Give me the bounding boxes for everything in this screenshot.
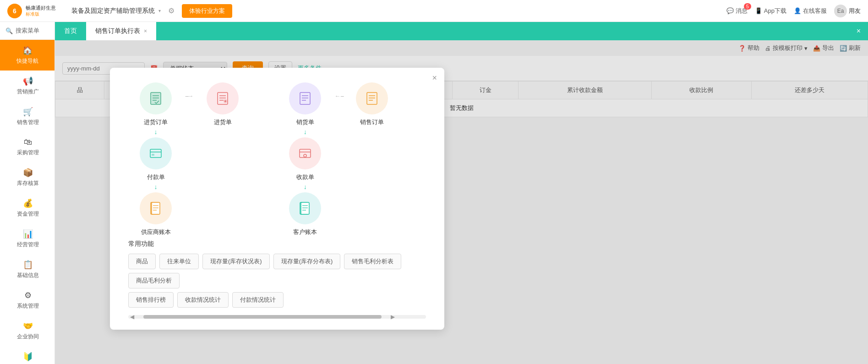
func-btn-1[interactable]: 往来单位 bbox=[159, 254, 199, 269]
logo-text: 畅康通好生意 标准版 bbox=[26, 5, 56, 17]
sidebar-item-sales[interactable]: 🛒 销售管理 bbox=[0, 101, 55, 132]
guide-icon: 🔰 bbox=[23, 352, 33, 362]
popup-close-button[interactable]: × bbox=[432, 73, 437, 83]
sales-circle bbox=[289, 82, 321, 114]
collab-icon: 🤝 bbox=[23, 321, 33, 331]
marketing-icon: 📢 bbox=[23, 76, 33, 86]
finance-icon: 💰 bbox=[23, 198, 33, 208]
h-arrow-2: ← - - - bbox=[334, 92, 343, 99]
purchase-circle bbox=[207, 82, 239, 114]
search-icon: 🔍 bbox=[5, 27, 13, 34]
sidebar-nav: 🏠 快捷导航 📢 营销推广 🛒 销售管理 🛍 采购管理 📦 库存核算 💰 bbox=[0, 40, 55, 364]
system-icon: ⚙ bbox=[24, 290, 32, 300]
avatar: Ea bbox=[834, 5, 847, 17]
search-menu-btn[interactable]: 🔍 搜索菜单 bbox=[0, 22, 55, 40]
system-name-label: 装备及固定资产辅助管理系统 bbox=[71, 7, 155, 15]
common-functions: 常用功能 商品 往来单位 现存量(库存状况表) 现存量(库存分布表) 销售毛利分… bbox=[128, 240, 426, 308]
flow-customer-ledger[interactable]: 客户账本 bbox=[278, 192, 333, 236]
popup-scrollbar: ◀ ▶ bbox=[128, 315, 426, 319]
svg-point-27 bbox=[304, 154, 306, 157]
system-title: 装备及固定资产辅助管理系统 ▾ bbox=[71, 7, 161, 15]
sales-flow-col: 销货单 ↓ 收款单 ↓ bbox=[278, 82, 399, 236]
sales-order-col: 销售订单 bbox=[344, 82, 399, 126]
flow-sales-order[interactable]: 销售订单 bbox=[344, 82, 399, 126]
flow-purchase[interactable]: 进货单 bbox=[195, 82, 250, 126]
sidebar-item-guide[interactable]: 🔰 新手引导 bbox=[0, 346, 55, 364]
flow-diagram: 进货订单 ↓ 付款单 ↓ bbox=[128, 82, 426, 236]
svg-rect-10 bbox=[152, 202, 160, 214]
sidebar-item-finance[interactable]: 💰 资金管理 bbox=[0, 193, 55, 223]
customer-circle bbox=[289, 192, 321, 224]
message-icon: 💬 bbox=[726, 7, 734, 14]
sidebar-item-quick[interactable]: 🏠 快捷导航 bbox=[0, 40, 55, 71]
sidebar-item-system[interactable]: ⚙ 系统管理 bbox=[0, 285, 55, 315]
func-btn-8[interactable]: 付款情况统计 bbox=[232, 292, 284, 308]
scroll-bar-thumb[interactable] bbox=[143, 315, 382, 319]
payment-circle bbox=[140, 137, 172, 169]
app-icon: 📱 bbox=[755, 7, 762, 14]
func-btn-2[interactable]: 现存量(库存状况表) bbox=[202, 254, 270, 269]
flow-receipt[interactable]: 收款单 bbox=[278, 137, 333, 181]
arrow-down-1: ↓ bbox=[154, 128, 158, 136]
sidebar-item-marketing[interactable]: 📢 营销推广 bbox=[0, 71, 55, 101]
right-flow-col: 进货单 bbox=[195, 82, 250, 126]
online-service-btn[interactable]: 👤 在线客服 bbox=[794, 7, 827, 15]
sales-icon: 🛒 bbox=[23, 107, 33, 117]
user-name-label: 用友 bbox=[849, 7, 861, 15]
tab-close-icon[interactable]: × bbox=[144, 28, 147, 34]
purchase-order-circle bbox=[140, 82, 172, 114]
arrow-down-2: ↓ bbox=[304, 128, 307, 136]
user-area[interactable]: Ea 用友 bbox=[834, 5, 861, 17]
sidebar-item-basic[interactable]: 📋 基础信息 bbox=[0, 254, 55, 285]
func-btn-5[interactable]: 商品毛利分析 bbox=[128, 273, 180, 288]
system-dropdown-arrow[interactable]: ▾ bbox=[158, 8, 161, 13]
flow-purchase-order[interactable]: 进货订单 bbox=[128, 82, 183, 126]
sidebar: 🔍 搜索菜单 🏠 快捷导航 📢 营销推广 🛒 销售管理 🛍 采购管理 📦 bbox=[0, 22, 55, 364]
func-buttons-row2: 销售排行榜 收款情况统计 付款情况统计 bbox=[128, 292, 426, 308]
tab-sales-exec[interactable]: 销售订单执行表 × bbox=[86, 22, 156, 40]
func-btn-6[interactable]: 销售排行榜 bbox=[128, 292, 174, 308]
arrow-down-4: ↓ bbox=[304, 183, 307, 190]
flow-supplier-ledger[interactable]: 供应商账本 bbox=[128, 192, 183, 236]
sales-order-circle bbox=[356, 82, 388, 114]
sidebar-item-operation[interactable]: 📊 经营管理 bbox=[0, 223, 55, 254]
svg-rect-21 bbox=[300, 92, 310, 104]
svg-rect-34 bbox=[367, 92, 377, 104]
supplier-circle bbox=[140, 192, 172, 224]
svg-rect-7 bbox=[152, 154, 154, 156]
scroll-left-arrow[interactable]: ◀ bbox=[128, 314, 136, 320]
page-content: ❓ 帮助 🖨 按模板打印 ▾ 📤 导出 🔄 刷新 bbox=[55, 40, 868, 364]
gear-icon[interactable]: ⚙ bbox=[166, 5, 176, 17]
quick-icon: 🏠 bbox=[22, 45, 33, 55]
func-btn-3[interactable]: 现存量(库存分布表) bbox=[273, 254, 341, 269]
header-right: 💬 消息 5 📱 App下载 👤 在线客服 Ea 用友 bbox=[726, 5, 861, 17]
func-btn-0[interactable]: 商品 bbox=[128, 254, 156, 269]
tab-bar-close-icon[interactable]: × bbox=[857, 27, 868, 35]
tab-home[interactable]: 首页 bbox=[55, 22, 86, 40]
flow-payment[interactable]: 付款单 bbox=[128, 137, 183, 181]
func-btn-7[interactable]: 收款情况统计 bbox=[177, 292, 229, 308]
logo-area: 6 畅康通好生意 标准版 bbox=[7, 4, 62, 18]
message-btn[interactable]: 💬 消息 5 bbox=[726, 7, 748, 15]
app-download-btn[interactable]: 📱 App下载 bbox=[755, 7, 786, 15]
svg-rect-25 bbox=[300, 149, 311, 158]
trial-button[interactable]: 体验行业方案 bbox=[182, 4, 232, 18]
h-arrow-1: - - - → bbox=[185, 92, 193, 99]
sidebar-item-purchase[interactable]: 🛍 采购管理 bbox=[0, 132, 55, 162]
flow-sales[interactable]: 销货单 bbox=[278, 82, 333, 126]
receipt-circle bbox=[289, 137, 321, 169]
sidebar-item-inventory[interactable]: 📦 库存核算 bbox=[0, 162, 55, 193]
arrow-down-3: ↓ bbox=[154, 183, 158, 190]
main-layout: 🔍 搜索菜单 🏠 快捷导航 📢 营销推广 🛒 销售管理 🛍 采购管理 📦 bbox=[0, 22, 868, 364]
tab-bar: 首页 销售订单执行表 × × bbox=[55, 22, 868, 40]
operation-icon: 📊 bbox=[23, 229, 33, 239]
message-badge: 5 bbox=[744, 3, 751, 10]
purchase-icon: 🛍 bbox=[24, 137, 32, 147]
svg-rect-5 bbox=[150, 149, 161, 158]
scroll-right-arrow[interactable]: ▶ bbox=[389, 314, 397, 320]
sidebar-item-collab[interactable]: 🤝 企业协同 bbox=[0, 315, 55, 346]
inventory-icon: 📦 bbox=[23, 168, 33, 178]
func-btn-4[interactable]: 销售毛利分析表 bbox=[344, 254, 401, 269]
top-header: 6 畅康通好生意 标准版 装备及固定资产辅助管理系统 ▾ ⚙ 体验行业方案 💬 … bbox=[0, 0, 868, 22]
content-area: 首页 销售订单执行表 × × ❓ 帮助 🖨 按模板打印 ▾ bbox=[55, 22, 868, 364]
